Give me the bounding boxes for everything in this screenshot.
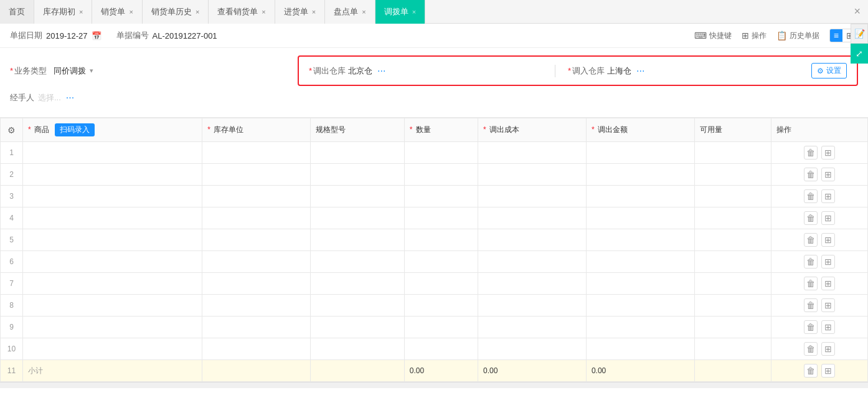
spec-cell[interactable] xyxy=(311,251,405,273)
available-cell[interactable] xyxy=(694,207,771,229)
product-cell[interactable] xyxy=(23,207,202,229)
target-warehouse-more-button[interactable]: ··· xyxy=(636,65,644,77)
tab-close-sales-order[interactable]: × xyxy=(129,8,133,16)
transfer_amount-cell[interactable] xyxy=(586,207,694,229)
copy-row-button[interactable]: ⊞ xyxy=(821,298,835,312)
right-panel-expand-button[interactable]: ⤢ xyxy=(851,44,868,64)
available-cell[interactable] xyxy=(694,316,771,338)
quantity-cell[interactable] xyxy=(404,338,478,360)
copy-row-button[interactable]: ⊞ xyxy=(821,211,835,225)
transfer_amount-cell[interactable] xyxy=(586,186,694,207)
copy-row-button[interactable]: ⊞ xyxy=(821,146,835,159)
tab-item-inventory-check[interactable]: 盘点单× xyxy=(325,0,375,24)
unit-cell[interactable] xyxy=(202,164,311,186)
spec-cell[interactable] xyxy=(311,142,405,164)
shortcuts-button[interactable]: ⌨ 快捷键 xyxy=(694,31,732,41)
calendar-icon[interactable]: 📅 xyxy=(92,31,101,40)
tab-item-home[interactable]: 首页 xyxy=(0,0,34,24)
transfer_cost-cell[interactable] xyxy=(478,229,587,251)
product-cell[interactable] xyxy=(23,186,202,207)
quantity-cell[interactable] xyxy=(404,295,478,316)
transfer_amount-cell[interactable] xyxy=(586,295,694,316)
tab-item-inventory-init[interactable]: 库存期初× xyxy=(34,0,92,24)
tab-close-inventory-check[interactable]: × xyxy=(362,8,366,16)
quantity-cell[interactable] xyxy=(404,273,478,295)
tab-close-transfer-order[interactable]: × xyxy=(412,8,416,16)
unit-cell[interactable] xyxy=(202,229,311,251)
transfer_amount-cell[interactable] xyxy=(586,273,694,295)
available-cell[interactable] xyxy=(694,229,771,251)
delete-row-button[interactable]: 🗑 xyxy=(804,320,818,334)
unit-cell[interactable] xyxy=(202,251,311,273)
delete-row-button[interactable]: 🗑 xyxy=(804,298,818,312)
quantity-cell[interactable] xyxy=(404,142,478,164)
history-button[interactable]: 📋 历史单据 xyxy=(776,31,819,41)
available-cell[interactable] xyxy=(694,295,771,316)
transfer_cost-cell[interactable] xyxy=(478,142,587,164)
delete-row-button[interactable]: 🗑 xyxy=(804,255,818,269)
transfer_cost-cell[interactable] xyxy=(478,186,587,207)
quantity-cell[interactable] xyxy=(404,316,478,338)
delete-row-button[interactable]: 🗑 xyxy=(804,168,818,181)
tab-close-sales-history[interactable]: × xyxy=(196,8,199,16)
delete-row-button[interactable]: 🗑 xyxy=(804,211,818,225)
copy-row-button[interactable]: ⊞ xyxy=(821,320,835,334)
quantity-cell[interactable] xyxy=(404,186,478,207)
tab-item-purchase-order[interactable]: 进货单× xyxy=(275,0,325,24)
copy-row-button[interactable]: ⊞ xyxy=(821,233,835,247)
product-cell[interactable] xyxy=(23,338,202,360)
copy-row-button[interactable]: ⊞ xyxy=(821,277,835,290)
unit-cell[interactable] xyxy=(202,142,311,164)
transfer_amount-cell[interactable] xyxy=(586,229,694,251)
product-cell[interactable] xyxy=(23,316,202,338)
tab-item-sales-order[interactable]: 销货单× xyxy=(92,0,142,24)
product-cell[interactable] xyxy=(23,251,202,273)
spec-cell[interactable] xyxy=(311,338,405,360)
delete-row-button[interactable]: 🗑 xyxy=(804,277,818,290)
transfer_amount-cell[interactable] xyxy=(586,251,694,273)
spec-cell[interactable] xyxy=(311,207,405,229)
horizontal-scrollbar[interactable] xyxy=(0,382,868,388)
product-cell[interactable] xyxy=(23,295,202,316)
copy-row-button[interactable]: ⊞ xyxy=(821,342,835,356)
unit-cell[interactable] xyxy=(202,338,311,360)
product-cell[interactable] xyxy=(23,229,202,251)
unit-cell[interactable] xyxy=(202,207,311,229)
copy-row-button[interactable]: ⊞ xyxy=(821,189,835,203)
quantity-cell[interactable] xyxy=(404,164,478,186)
spec-cell[interactable] xyxy=(311,295,405,316)
spec-cell[interactable] xyxy=(311,229,405,251)
scan-button[interactable]: 扫码录入 xyxy=(55,123,95,136)
quantity-cell[interactable] xyxy=(404,207,478,229)
transfer_amount-cell[interactable] xyxy=(586,338,694,360)
transfer_cost-cell[interactable] xyxy=(478,273,587,295)
copy-row-button[interactable]: ⊞ xyxy=(821,255,835,269)
unit-cell[interactable] xyxy=(202,295,311,316)
handler-value[interactable]: 选择... xyxy=(38,92,61,103)
spec-cell[interactable] xyxy=(311,273,405,295)
delete-row-button[interactable]: 🗑 xyxy=(804,342,818,356)
delete-row-button[interactable]: 🗑 xyxy=(804,364,818,378)
window-close-button[interactable]: × xyxy=(846,0,868,24)
unit-cell[interactable] xyxy=(202,186,311,207)
spec-cell[interactable] xyxy=(311,186,405,207)
unit-cell[interactable] xyxy=(202,273,311,295)
transfer_amount-cell[interactable] xyxy=(586,316,694,338)
transfer_cost-cell[interactable] xyxy=(478,316,587,338)
product-cell[interactable] xyxy=(23,164,202,186)
available-cell[interactable] xyxy=(694,251,771,273)
right-panel-note-button[interactable]: 📝 xyxy=(851,24,868,44)
operations-button[interactable]: ⊞ 操作 xyxy=(742,31,767,41)
available-cell[interactable] xyxy=(694,338,771,360)
delete-row-button[interactable]: 🗑 xyxy=(804,233,818,247)
list-view-button[interactable]: ≡ xyxy=(830,29,842,42)
transfer_amount-cell[interactable] xyxy=(586,142,694,164)
available-cell[interactable] xyxy=(694,273,771,295)
source-warehouse-more-button[interactable]: ··· xyxy=(377,65,385,77)
tab-close-purchase-order[interactable]: × xyxy=(312,8,316,16)
product-cell[interactable] xyxy=(23,273,202,295)
spec-cell[interactable] xyxy=(311,164,405,186)
delete-row-button[interactable]: 🗑 xyxy=(804,146,818,159)
copy-row-button[interactable]: ⊞ xyxy=(821,168,835,181)
transfer_cost-cell[interactable] xyxy=(478,207,587,229)
